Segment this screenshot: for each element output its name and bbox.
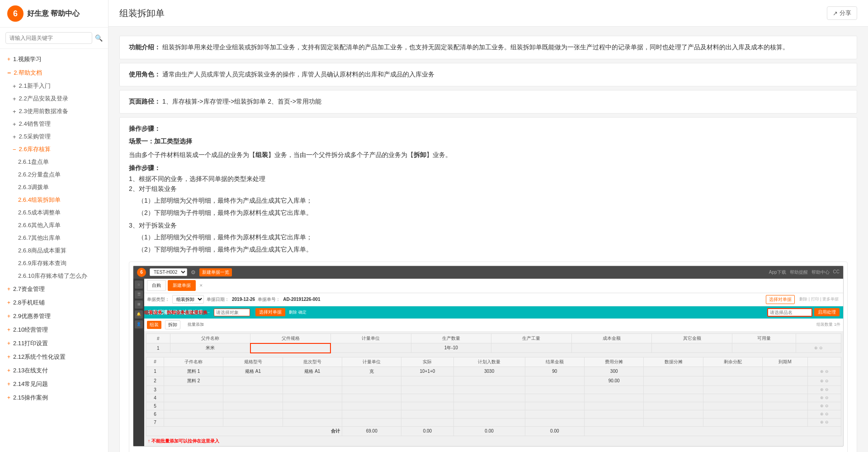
teal-confirm-btn[interactable]: 选择对单据 bbox=[255, 308, 285, 316]
type-select[interactable]: 组装拆卸 bbox=[172, 295, 204, 304]
cell-plan bbox=[453, 376, 525, 385]
search-input[interactable] bbox=[5, 32, 92, 44]
sidebar-item-onlinepay[interactable]: + 2.13在线支付 bbox=[0, 364, 108, 377]
col-no: # bbox=[146, 357, 164, 366]
sidebar-item-print[interactable]: + 2.11打印设置 bbox=[0, 337, 108, 350]
sidebar-item-docs[interactable]: − 2.帮助文档 bbox=[0, 66, 108, 80]
cell-name: 黑料 1 bbox=[164, 366, 223, 376]
user-icon[interactable]: 👤 bbox=[135, 320, 143, 328]
table-row: 4⊕ ⊖ bbox=[146, 394, 841, 402]
cell-result bbox=[525, 376, 584, 385]
sidebar-item-label: 2.7资金管理 bbox=[13, 285, 45, 293]
screenshot-container: 6 TEST-H002 ⚙ 新建单据一览 App下载 帮助提醒 帮助中心 CC bbox=[129, 262, 848, 452]
menu-icon[interactable]: ☰ bbox=[135, 290, 143, 299]
sidebar-item-cases[interactable]: + 2.15操作案例 bbox=[0, 391, 108, 404]
header-row: # 父件名称 父件规格 计量单位 生产数量 生产工量 成本金额 bbox=[146, 333, 841, 343]
home-icon[interactable]: ⌂ bbox=[135, 281, 143, 289]
bottom-table-footer: 合计 69.00 0.00 0.00 0.00 bbox=[146, 426, 841, 436]
header-row: # 子件名称 规格型号 批次型号 计量单位 实际 计划入数量 结 bbox=[146, 357, 841, 366]
sidebar-item-ledgererr[interactable]: 2.6.10库存账本错了怎么办 bbox=[0, 270, 108, 282]
table-row: 5⊕ ⊖ bbox=[146, 402, 841, 410]
assembly-btn[interactable]: 组装 bbox=[147, 321, 161, 329]
sidebar-item-purchase[interactable]: + 2.5采购管理 bbox=[0, 130, 108, 143]
expand-icon: + bbox=[13, 133, 16, 140]
disassembly-btn[interactable]: 拆卸 bbox=[165, 320, 180, 329]
sidebar-item-capital[interactable]: + 2.7资金管理 bbox=[0, 282, 108, 296]
col-action bbox=[808, 357, 841, 366]
sidebar-item-adjust[interactable]: 2.6.3调拨单 bbox=[0, 181, 108, 194]
cell-unit bbox=[342, 376, 401, 385]
sidebar-item-install[interactable]: + 2.2产品安装及登录 bbox=[0, 92, 108, 105]
teal-search-input[interactable] bbox=[214, 309, 250, 316]
search-icon[interactable]: 🔍 bbox=[95, 34, 103, 42]
total-empty bbox=[585, 426, 841, 436]
sidebar-item-newbie[interactable]: + 2.1新手入门 bbox=[0, 80, 108, 92]
sub-item: （2）下部明细为子件明细，最终作为原材料生成其它出库单。 bbox=[138, 207, 848, 219]
cell-alloc: 90.00 bbox=[585, 376, 644, 385]
role-block: 使用角色： 通常由生产人员或库管人员完成拆装业务的操作，库管人员确认原材料的出库… bbox=[119, 63, 857, 86]
step1: 1、根据不同的业务，选择不同单据的类型来处理 bbox=[129, 175, 848, 183]
sub-list-2: （1）上部明细为父件明细，最终作为原材料生成其它出库单； （2）下部明细为子件明… bbox=[138, 232, 848, 255]
enable-process-btn[interactable]: 启用处理 bbox=[814, 308, 840, 316]
footer-row: 合计 69.00 0.00 0.00 0.00 bbox=[146, 426, 841, 436]
sidebar-item-operation[interactable]: + 2.10经营管理 bbox=[0, 323, 108, 337]
col-ops: 到期M bbox=[763, 357, 808, 366]
app-name: 好生意 帮助中心 bbox=[27, 9, 80, 19]
path-text: 1、库存核算->库存管理->组装拆卸单 2、首页->常用功能 bbox=[162, 98, 321, 105]
sidebar-item-ledger[interactable]: 2.6.9库存账本查询 bbox=[0, 257, 108, 270]
sidebar-item-mobile[interactable]: + 2.8手机旺铺 bbox=[0, 296, 108, 309]
app-window: 6 TEST-H002 ⚙ 新建单据一览 App下载 帮助提醒 帮助中心 CC bbox=[133, 266, 844, 447]
app-download-link[interactable]: App下载 bbox=[769, 269, 786, 276]
scene1-desc: 当由多个子件材料组装成一个成品的业务为【组装】业务，当由一个父件拆分成多个子产品… bbox=[129, 149, 848, 161]
teal-separator: 删除 确定 bbox=[289, 309, 307, 315]
teal-object-input[interactable] bbox=[767, 308, 812, 317]
top-table: # 父件名称 父件规格 计量单位 生产数量 生产工量 成本金额 bbox=[146, 333, 841, 353]
bottom-table: # 子件名称 规格型号 批次型号 计量单位 实际 计划入数量 结 bbox=[146, 357, 841, 436]
sidebar-item-inbound[interactable]: 2.6.6其他入库单 bbox=[0, 219, 108, 232]
cell-unit bbox=[330, 343, 411, 353]
tab-close-icon[interactable]: ✕ bbox=[199, 283, 203, 288]
sidebar-item-prepare[interactable]: + 2.3使用前数据准备 bbox=[0, 105, 108, 118]
grid-icon[interactable]: ⊞ bbox=[135, 300, 143, 309]
role-text: 通常由生产人员或库管人员完成拆装业务的操作，库管人员确认原材料的出库和产成品的入… bbox=[162, 71, 434, 78]
new-order-btn[interactable]: 新建单据一览 bbox=[199, 268, 232, 276]
sidebar-item-label: 2.帮助文档 bbox=[14, 69, 42, 77]
help-reminder-link[interactable]: 帮助提醒 bbox=[790, 269, 808, 276]
sidebar-item-costrecalc[interactable]: 2.6.8商品成本重算 bbox=[0, 244, 108, 257]
cell-plan: 3030 bbox=[453, 366, 525, 376]
col-alloc: 费用分摊 bbox=[585, 357, 644, 366]
app-tabs: 自购 新建单据 ✕ bbox=[144, 279, 843, 293]
sidebar-item-inventory[interactable]: − 2.6库存核算 bbox=[0, 143, 108, 156]
bell-icon[interactable]: 🔔 bbox=[135, 310, 143, 319]
col-other: 其它金额 bbox=[652, 333, 732, 343]
tab-new-order[interactable]: 新建单据 bbox=[168, 280, 196, 291]
batch-add-label: 批量添加 bbox=[188, 322, 204, 328]
sidebar-item-assembly[interactable]: 2.6.4组装拆卸单 bbox=[0, 194, 108, 206]
cell-actual bbox=[401, 376, 453, 385]
help-center-link[interactable]: 帮助中心 bbox=[811, 269, 830, 276]
sidebar-item-stocktake[interactable]: 2.6.1盘点单 bbox=[0, 156, 108, 168]
cc-link[interactable]: CC bbox=[833, 269, 840, 276]
cell-result: 90 bbox=[525, 366, 584, 376]
sidebar-item-coupon[interactable]: + 2.9优惠券管理 bbox=[0, 309, 108, 323]
sidebar-item-label: 2.13在线支付 bbox=[13, 366, 48, 375]
sidebar-item-partial[interactable]: 2.6.2分量盘点单 bbox=[0, 168, 108, 181]
company-select[interactable]: TEST-H002 bbox=[150, 268, 187, 276]
intro-block: 功能介绍： 组装拆卸单用来处理企业组装或拆卸等加工业务，支持有固定装配清单的产品… bbox=[119, 36, 857, 59]
sidebar-item-system[interactable]: + 2.12系统个性化设置 bbox=[0, 350, 108, 364]
sidebar-item-outbound[interactable]: 2.6.7其他出库单 bbox=[0, 232, 108, 244]
col-prod-work: 生产工量 bbox=[491, 333, 572, 343]
app-topbar: 6 TEST-H002 ⚙ 新建单据一览 App下载 帮助提醒 帮助中心 CC bbox=[133, 266, 843, 279]
tab-zigou[interactable]: 自购 bbox=[147, 280, 166, 291]
share-button[interactable]: ↗ 分享 bbox=[827, 6, 857, 20]
sidebar-item-costadjust[interactable]: 2.6.5成本调整单 bbox=[0, 206, 108, 219]
cell-expire bbox=[763, 366, 808, 376]
sidebar-item-faq[interactable]: + 2.14常见问题 bbox=[0, 377, 108, 391]
sidebar-item-video[interactable]: + 1.视频学习 bbox=[0, 52, 108, 66]
expand-icon: + bbox=[7, 367, 10, 374]
cell-name: 黑料 2 bbox=[164, 376, 223, 385]
cell-no: 1 bbox=[146, 343, 170, 353]
logo-icon: 6 bbox=[7, 5, 24, 22]
sidebar-item-sales[interactable]: + 2.4销售管理 bbox=[0, 118, 108, 130]
confirm-btn[interactable]: 选择对单据 bbox=[766, 295, 795, 304]
